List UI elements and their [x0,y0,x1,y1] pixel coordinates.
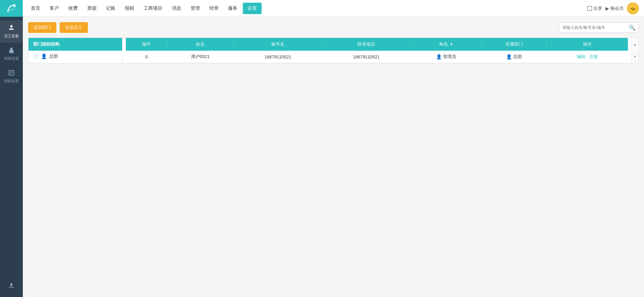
col-action: 操作 [546,38,628,51]
nav-settings[interactable]: 设置 [243,3,262,14]
avatar[interactable]: 🐱 [627,2,639,14]
top-nav: 首页 客户 收费 票据 记账 报税 工商项目 消息 管理 经营 服务 设置 全屏… [0,0,644,17]
top-nav-right: 全屏 ▶ 畅会员 🐱 [587,2,644,14]
nav-bookkeeping[interactable]: 记账 [101,0,120,16]
scroll-down-button[interactable]: ▼ [632,51,638,63]
add-dept-button[interactable]: 添加部门 [28,22,56,33]
tax-icon [8,69,15,77]
toolbar: 添加部门 添加员工 🔍 [28,22,639,33]
fullscreen-icon [587,6,592,11]
nav-client[interactable]: 客户 [45,0,64,16]
cell-account: 18679110521 [234,51,322,63]
download-icon [8,282,15,290]
sidebar-label-tax: 报税设置 [4,79,19,84]
left-sidebar: 员工设置 权限设置 报税设置 [0,17,23,297]
member-button[interactable]: ▶ 畅会员 [605,5,624,11]
filter-icon: ▼ [449,42,453,46]
content-area: 添加部门 添加员工 🔍 部门组织结构 📄 👤 总部 [23,17,644,297]
sidebar-item-tax[interactable]: 报税设置 [0,65,23,88]
file-icon: 📄 [33,54,39,59]
search-input[interactable] [559,23,626,32]
nav-manage[interactable]: 管理 [186,0,205,16]
search-bar: 🔍 [559,22,639,33]
nav-tax[interactable]: 报税 [120,0,139,16]
svg-point-0 [13,5,15,7]
nav-billing[interactable]: 收费 [64,0,83,16]
sidebar-label-employee: 员工设置 [4,34,19,39]
col-phone: 联系电话 [322,38,411,51]
col-dept: 所属部门 [482,38,546,51]
table-row: 0 用户0521 18679110521 18679110521 👤 管理员 👤… [126,51,628,63]
sidebar-item-employee[interactable]: 员工设置 [0,20,23,43]
play-icon: ▶ [605,6,609,11]
transfer-link[interactable]: 交接 [589,54,598,59]
svg-point-1 [10,25,12,28]
col-role[interactable]: 角色 ▼ [411,38,482,51]
fullscreen-label: 全屏 [593,5,602,11]
dept-tree: 部门组织结构 📄 👤 总部 [29,38,122,63]
dept-tree-item[interactable]: 📄 👤 总部 [29,51,122,62]
nav-business[interactable]: 工商项目 [139,0,167,16]
scroll-up-button[interactable]: ▲ [632,38,638,51]
cell-phone: 18679110521 [322,51,411,63]
lock-icon [8,47,15,55]
sidebar-item-permission[interactable]: 权限设置 [0,43,23,65]
col-id: 编号 [126,38,167,51]
nav-operation[interactable]: 经营 [205,0,223,16]
nav-home[interactable]: 首页 [26,0,45,16]
search-button[interactable]: 🔍 [626,23,638,33]
fullscreen-button[interactable]: 全屏 [587,5,602,11]
scroll-buttons: ▲ ▼ [631,38,638,63]
nav-invoice[interactable]: 票据 [83,0,101,16]
search-icon: 🔍 [629,25,636,31]
emp-table: 编号 姓名 账号名 联系电话 角色 ▼ 所属部门 操作 [126,38,628,63]
sidebar-item-download[interactable] [0,278,23,294]
dept-icon: 👤 [506,54,512,59]
add-emp-button[interactable]: 添加员工 [60,22,88,33]
cell-name: 用户0521 [167,51,233,63]
table-wrapper: 部门组织结构 📄 👤 总部 编号 姓名 账号名 联系电话 [28,38,639,63]
cell-dept: 👤 总部 [482,51,546,63]
col-account: 账号名 [234,38,322,51]
nav-service[interactable]: 服务 [223,0,242,16]
col-name: 姓名 [167,38,233,51]
cell-role: 👤 管理员 [411,51,482,63]
person-icon [8,24,15,32]
member-label: 畅会员 [610,5,624,11]
logo[interactable] [0,0,23,17]
main-layout: 员工设置 权限设置 报税设置 添加部门 添加员工 [0,17,644,297]
role-icon: 👤 [436,54,442,59]
edit-link[interactable]: 编辑 [577,54,585,59]
nav-items: 首页 客户 收费 票据 记账 报税 工商项目 消息 管理 经营 服务 设置 [23,0,587,16]
nav-message[interactable]: 消息 [167,0,186,16]
svg-rect-4 [9,287,14,288]
cell-action: 编辑 交接 [546,51,628,63]
sidebar-label-permission: 权限设置 [4,56,19,61]
dept-name: 总部 [49,53,58,59]
dept-tree-header: 部门组织结构 [29,38,122,51]
dept-user-icon: 👤 [41,53,47,59]
cell-id: 0 [126,51,167,63]
svg-rect-2 [9,50,14,53]
